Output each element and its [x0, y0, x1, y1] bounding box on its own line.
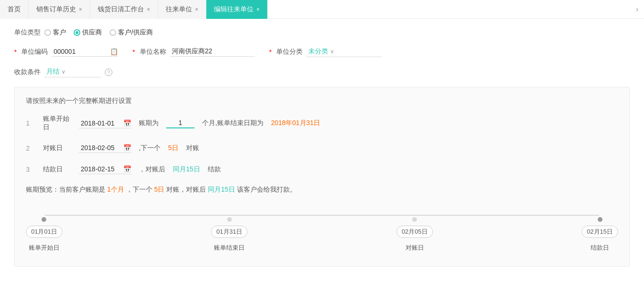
step-3-label: 结款日 [43, 165, 71, 174]
step-1-period-end: 2018年01月31日 [271, 119, 320, 127]
tab-partner-label: 往来单位 [166, 5, 192, 14]
section-instruction: 请按照未来的一个完整帐期进行设置 [26, 97, 618, 105]
timeline-point-2: 02月05日 对账日 [397, 210, 433, 252]
close-partner-tab-icon[interactable]: × [195, 6, 198, 13]
payment-item: 收款条件 月结 ∨ ? [14, 67, 112, 77]
step-1-period-input[interactable] [166, 118, 195, 128]
unit-code-item: * 单位编码 📋 [14, 47, 118, 57]
tab-cashflow[interactable]: 钱货日清工作台 × [90, 0, 158, 19]
unit-code-input[interactable] [51, 47, 108, 56]
preview-mid2: 对账，对账后 [166, 186, 206, 193]
payment-label: 收款条件 [14, 68, 41, 76]
unit-name-label: 单位名称 [140, 48, 166, 56]
unit-cat-value: 未分类 [308, 47, 328, 56]
tab-cashflow-label: 钱货日清工作台 [98, 5, 144, 14]
step-1-calendar-icon[interactable]: 📅 [123, 119, 131, 127]
unit-cat-item: * 单位分类 未分类 ∨ [269, 46, 382, 57]
step-2-num: 2 [26, 144, 35, 152]
tab-sales-order-history[interactable]: 销售订单历史 × [29, 0, 90, 19]
timeline-start-dot [42, 217, 46, 222]
unit-name-item: * 单位名称 [132, 47, 254, 57]
step-1-num: 1 [26, 119, 35, 127]
preview-mid1: ，下一个 [126, 186, 153, 193]
step-3-desc-highlight: 同月15日 [173, 165, 200, 174]
preview-prefix: 账期预览：当前客户账期是 [26, 186, 105, 193]
unit-cat-star: * [269, 48, 271, 56]
close-edit-tab-icon[interactable]: × [256, 6, 260, 13]
tab-edit-partner[interactable]: 编辑往来单位 × [206, 0, 268, 19]
step-2-date-wrapper: 📅 [79, 143, 131, 153]
timeline-label-2: 对账日 [406, 244, 424, 252]
main-content: 单位类型 客户 供应商 客户/供应商 * 单位编码 [0, 19, 644, 287]
step-2-desc-suffix: 对账 [186, 144, 199, 152]
step-1-row: 1 账单开始日 📅 账期为 个月,账单结束日期为 2018年01月31日 [26, 115, 618, 132]
unit-code-label: 单位编码 [21, 48, 48, 56]
tab-sales-label: 销售订单历史 [36, 5, 76, 14]
radio-customer[interactable]: 客户 [44, 28, 66, 37]
unit-type-radio-group: 客户 供应商 客户/供应商 [44, 28, 153, 37]
close-sales-tab-icon[interactable]: × [79, 6, 82, 13]
timeline-dot-1 [227, 217, 232, 222]
radio-customer-circle [44, 29, 51, 36]
timeline-points: 01月01日 账单开始日 01月31日 账单结束日 02月05日 对账日 02月… [26, 210, 618, 252]
step-3-desc-prefix: ，对账后 [139, 165, 165, 174]
help-icon[interactable]: ? [105, 68, 112, 76]
step-3-row: 3 结款日 📅 ，对账后 同月15日 结款 [26, 164, 618, 174]
step-1-period-suffix: 个月,账单结束日期为 [202, 119, 263, 127]
radio-both[interactable]: 客户/供应商 [110, 28, 153, 37]
unit-code-star: * [14, 48, 17, 56]
timeline-badge-0: 01月01日 [26, 226, 62, 238]
unit-type-item: 单位类型 客户 供应商 客户/供应商 [14, 28, 153, 37]
payment-value: 月结 [46, 68, 59, 76]
preview-highlight3: 同月15日 [208, 186, 235, 193]
close-cashflow-tab-icon[interactable]: × [147, 6, 150, 13]
unit-code-input-wrapper: 📋 [51, 47, 118, 57]
tab-home-label: 首页 [8, 5, 21, 14]
step-3-date-input[interactable] [79, 164, 121, 174]
step-1-date-input[interactable] [79, 118, 121, 128]
unit-code-calendar-icon[interactable]: 📋 [110, 48, 118, 55]
radio-supplier[interactable]: 供应商 [74, 28, 102, 37]
payment-row: 收款条件 月结 ∨ ? [14, 67, 630, 77]
tab-partner-units[interactable]: 往来单位 × [158, 0, 206, 19]
step-2-label: 对账日 [43, 144, 71, 152]
timeline-label-3: 结款日 [591, 244, 609, 252]
tabs-bar: 首页 销售订单历史 × 钱货日清工作台 × 往来单位 × 编辑往来单位 × › [0, 0, 644, 19]
timeline-end-dot [598, 217, 602, 222]
radio-both-circle [110, 29, 116, 36]
timeline-container: 01月01日 账单开始日 01月31日 账单结束日 02月05日 对账日 02月… [26, 205, 618, 257]
timeline-badge-1: 01月31日 [211, 226, 247, 238]
step-2-calendar-icon[interactable]: 📅 [123, 144, 131, 152]
tab-home[interactable]: 首页 [0, 0, 29, 19]
radio-supplier-circle [74, 29, 80, 36]
step-3-desc-suffix: 结款 [208, 165, 221, 174]
timeline-label-1: 账单结束日 [214, 244, 245, 252]
unit-cat-select[interactable]: 未分类 ∨ [306, 46, 382, 57]
unit-info-row: * 单位编码 📋 * 单位名称 * 单位分类 未分类 ∨ [14, 46, 630, 57]
radio-customer-label: 客户 [53, 28, 66, 37]
payment-select[interactable]: 月结 ∨ [44, 67, 101, 77]
unit-cat-label: 单位分类 [276, 48, 303, 56]
unit-type-row: 单位类型 客户 供应商 客户/供应商 [14, 28, 630, 37]
preview-highlight2: 5日 [154, 186, 164, 193]
payment-arrow-icon: ∨ [61, 68, 66, 75]
step-1-period-prefix: 账期为 [139, 119, 159, 127]
tab-scroll-arrow[interactable]: › [630, 5, 644, 14]
timeline-badge-3: 02月15日 [582, 226, 618, 238]
preview-highlight1: 1个月 [107, 186, 124, 193]
timeline-point-end: 02月15日 结款日 [582, 210, 618, 252]
step-3-num: 3 [26, 166, 35, 173]
step-1-date-wrapper: 📅 [79, 118, 131, 128]
step-2-desc-prefix: ,下一个 [139, 144, 161, 152]
step-2-row: 2 对账日 📅 ,下一个 5日 对账 [26, 143, 618, 153]
preview-suffix: 该客户会给我打款。 [237, 186, 297, 193]
timeline-dot-2 [412, 217, 417, 222]
radio-both-label: 客户/供应商 [118, 28, 153, 37]
step-3-calendar-icon[interactable]: 📅 [123, 165, 131, 173]
step-2-date-input[interactable] [79, 143, 121, 152]
settings-section: 请按照未来的一个完整帐期进行设置 1 账单开始日 📅 账期为 个月,账单结束日期… [14, 87, 630, 267]
unit-name-input[interactable] [170, 47, 255, 57]
timeline-label-0: 账单开始日 [29, 244, 59, 252]
step-2-desc-highlight: 5日 [168, 144, 178, 152]
preview-text: 账期预览：当前客户账期是 1个月 ，下一个 5日 对账，对账后 同月15日 该客… [26, 186, 618, 194]
